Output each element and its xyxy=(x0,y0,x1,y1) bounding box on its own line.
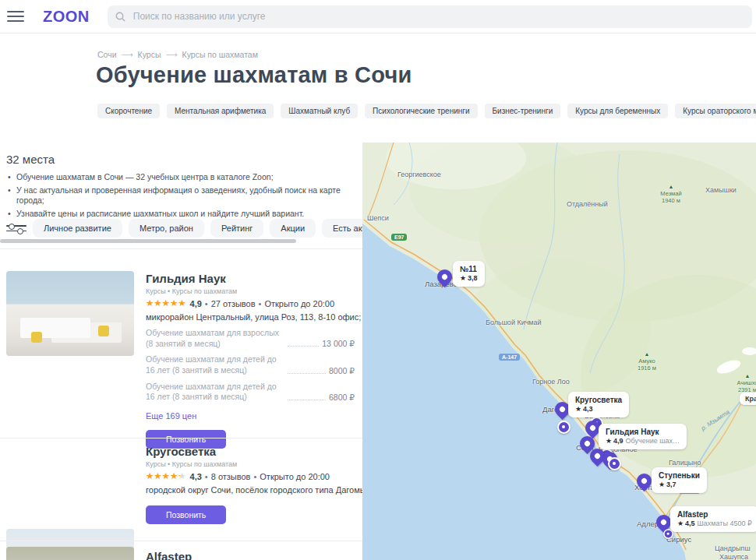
map-place: Большой Кичмай xyxy=(486,319,542,326)
filter-has-promos[interactable]: Есть акции xyxy=(322,219,362,238)
zoon-logo[interactable]: ZOON xyxy=(43,8,90,26)
map-place: Цандрыпш xyxy=(715,544,751,552)
results-summary: Обучение шахматам в Сочи — 32 учебных це… xyxy=(6,172,357,223)
map-peak: ▲ Амуко1916 м xyxy=(631,351,662,372)
search-icon xyxy=(115,12,125,22)
map-terrain xyxy=(362,143,756,560)
listing-address: микрорайон Центральный, улица Роз, 113, … xyxy=(146,312,362,322)
breadcrumb: Сочи⟶Курсы⟶Курсы по шахматам xyxy=(97,50,258,59)
map-peak: ▲ Ачишхо2391 м xyxy=(730,373,756,393)
map-place: Горное Лоо xyxy=(532,378,570,386)
map-peak: ▲ Мезмай1940 м xyxy=(655,184,687,204)
map-place: Отдалённый xyxy=(567,200,608,208)
listing-address: городской округ Сочи, посёлок городского… xyxy=(146,485,362,495)
listing-category: Курсы • Курсы по шахматам xyxy=(146,460,362,468)
call-button[interactable]: Позвонить xyxy=(146,505,226,524)
map-place: Георгиевское xyxy=(397,171,441,178)
results-count: 32 места xyxy=(6,153,55,166)
listing-photo[interactable] xyxy=(6,547,134,560)
listing-category: Курсы • Курсы по шахматам xyxy=(146,287,362,295)
map-marker-label-stupenki[interactable]: Ступеньки ★3,7 xyxy=(652,467,707,493)
map-place: Шепси xyxy=(367,214,389,222)
more-prices-link[interactable]: Еще 169 цен xyxy=(146,411,196,421)
breadcrumb-courses[interactable]: Курсы xyxy=(138,50,161,59)
map-marker-label-alfastep[interactable]: Alfastep ★4,5Шахматы 4500 ₽ xyxy=(670,506,756,532)
chip-public-speaking[interactable]: Курсы ораторского мастерства xyxy=(675,104,756,118)
listing-title[interactable]: Гильдия Наук xyxy=(146,272,362,285)
map-pin[interactable] xyxy=(557,421,571,434)
top-bar: ZOON xyxy=(0,0,756,33)
zoon-listing-page: ZOON Сочи⟶Курсы⟶Курсы по шахматам Обучен… xyxy=(0,0,756,560)
chip-mental-arithmetic[interactable]: Ментальная арифметика xyxy=(167,104,274,118)
filter-sliders-icon[interactable] xyxy=(6,218,26,238)
map-marker-label-gildiya-nauk[interactable]: Гильдия Наук ★4,9Обучение шах… xyxy=(599,424,687,449)
chip-chess-club[interactable]: Шахматный клуб xyxy=(281,104,358,118)
page-title: Обучение шахматам в Сочи xyxy=(96,62,412,88)
category-chips: Скорочтение Ментальная арифметика Шахмат… xyxy=(97,104,756,118)
reviews-count[interactable]: 8 отзывов xyxy=(211,472,251,481)
road-badge: Е97 xyxy=(391,234,407,241)
road-badge: А-147 xyxy=(499,354,520,361)
search-bar[interactable] xyxy=(108,5,752,28)
chip-psych-trainings[interactable]: Психологические тренинги xyxy=(365,104,477,118)
listing-title[interactable]: Кругосветка xyxy=(146,445,362,458)
breadcrumb-city[interactable]: Сочи xyxy=(97,50,117,59)
map-place: Хамышки xyxy=(705,186,737,194)
filters-scrollbar[interactable] xyxy=(0,239,296,243)
results-panel: 32 места Обучение шахматам в Сочи — 32 у… xyxy=(0,143,362,560)
map-place: Галицыно xyxy=(669,459,701,467)
price-row: Обучение шахматам для взрослых (8 заняти… xyxy=(146,328,355,349)
open-hours: Открыто до 20:00 xyxy=(264,299,334,308)
price-row: Обучение шахматам для детей до 16 лет (8… xyxy=(146,354,355,375)
summary-item: Обучение шахматам в Сочи — 32 учебных це… xyxy=(6,172,357,182)
listing-rating-row: 4,3 • 8 отзывов • Открыто до 20:00 xyxy=(146,472,362,481)
price-row: Обучение шахматам для детей до 16 лет (8… xyxy=(146,382,355,403)
star-rating-icon xyxy=(146,472,186,481)
filter-promos[interactable]: Акции xyxy=(270,219,316,238)
menu-icon[interactable] xyxy=(7,11,24,22)
star-rating-icon xyxy=(146,299,186,308)
filter-metro-district[interactable]: Метро, район xyxy=(129,219,204,238)
map-pin[interactable] xyxy=(608,457,621,470)
price-list: Обучение шахматам для взрослых (8 заняти… xyxy=(146,328,355,403)
open-hours: Открыто до 20:00 xyxy=(260,472,330,481)
summary-item: У нас актуальная и проверенная информаци… xyxy=(6,185,357,206)
rating-value: 4,9 xyxy=(190,299,202,308)
filter-personal-development[interactable]: Личное развитие xyxy=(33,219,122,238)
listing-rating-row: 4,9 • 27 отзывов • Открыто до 20:00 xyxy=(146,299,362,308)
rating-value: 4,3 xyxy=(190,472,202,481)
filter-bar: Личное развитие Метро, район Рейтинг Акц… xyxy=(6,218,362,238)
map-place: Хашупса xyxy=(719,553,748,560)
map-marker-label-n11[interactable]: №11 ★3,8 xyxy=(453,261,485,287)
map[interactable]: Георгиевское Шепси Отдалённый Хамышки Бо… xyxy=(362,143,756,560)
map-place-pill[interactable]: Красная Поляна xyxy=(740,393,756,405)
listing-photo[interactable] xyxy=(6,271,134,356)
map-marker-label-krugosvetka[interactable]: Кругосветка ★4,3 xyxy=(568,392,629,417)
reviews-count[interactable]: 27 отзывов xyxy=(211,299,256,308)
chip-pregnancy-courses[interactable]: Курсы для беременных xyxy=(567,104,668,118)
chip-speed-reading[interactable]: Скорочтение xyxy=(97,104,160,118)
search-input[interactable] xyxy=(132,10,744,23)
listing-title[interactable]: Alfastep xyxy=(146,550,362,560)
chip-business-trainings[interactable]: Бизнес-тренинги xyxy=(485,104,561,118)
filter-rating[interactable]: Рейтинг xyxy=(210,219,263,238)
breadcrumb-chess-courses[interactable]: Курсы по шахматам xyxy=(182,50,258,59)
